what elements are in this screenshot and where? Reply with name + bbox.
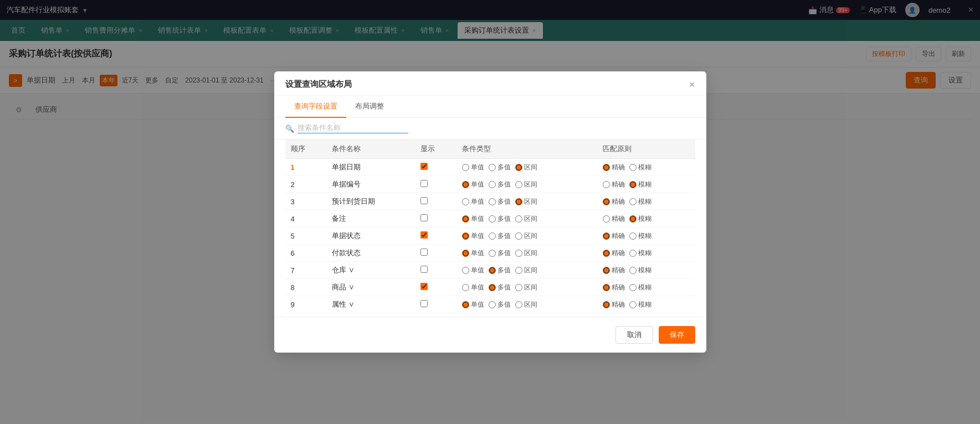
match-radio-模糊[interactable]: 模糊 (629, 197, 651, 206)
dialog-title: 设置查询区域布局 (285, 79, 352, 90)
dialog-close-button[interactable]: × (689, 80, 695, 90)
type-radio-区间[interactable]: 区间 (515, 180, 537, 189)
type-radio-多值[interactable]: 多值 (489, 231, 511, 241)
match-radio-模糊[interactable]: 模糊 (629, 249, 651, 258)
type-radio-单值[interactable]: 单值 (462, 231, 484, 241)
type-radio-区间[interactable]: 区间 (515, 266, 537, 275)
row-match-cell: 精确模糊 (597, 279, 695, 296)
row-type-cell: 单值多值区间 (456, 176, 597, 193)
match-radio-模糊[interactable]: 模糊 (629, 266, 651, 275)
save-button[interactable]: 保存 (659, 326, 695, 344)
type-radio-多值[interactable]: 多值 (489, 249, 511, 258)
row-order: 5 (285, 227, 327, 245)
row-display-cell (415, 227, 456, 245)
type-radio-单值[interactable]: 单值 (462, 300, 484, 309)
type-radio-多值[interactable]: 多值 (489, 163, 511, 172)
dialog-search-area: 🔍 (274, 118, 706, 139)
match-radio-精确[interactable]: 精确 (603, 300, 625, 309)
row-type-cell: 单值多值区间 (456, 193, 597, 210)
conditions-table: 顺序 条件名称 显示 条件类型 匹配原则 1单据日期单值多值区间精确模糊2单据编… (285, 139, 695, 317)
table-row: 3预计到货日期单值多值区间精确模糊 (285, 193, 695, 210)
col-display: 显示 (415, 139, 456, 159)
match-radio-模糊[interactable]: 模糊 (629, 180, 651, 189)
row-condition-name: 仓库 ∨ (326, 262, 415, 279)
col-order: 顺序 (285, 139, 327, 159)
match-radio-模糊[interactable]: 模糊 (629, 231, 651, 241)
type-radio-区间[interactable]: 区间 (515, 214, 537, 224)
row-display-checkbox[interactable] (420, 249, 428, 256)
tab-query-fields[interactable]: 查询字段设置 (285, 96, 346, 118)
row-display-cell (415, 296, 456, 313)
match-radio-模糊[interactable]: 模糊 (629, 163, 651, 172)
match-radio-精确[interactable]: 精确 (603, 283, 625, 292)
row-match-cell: 精确模糊 (597, 227, 695, 245)
row-display-checkbox[interactable] (420, 197, 428, 204)
match-radio-精确[interactable]: 精确 (603, 214, 625, 224)
match-radio-精确[interactable]: 精确 (603, 197, 625, 206)
row-display-cell (415, 262, 456, 279)
row-condition-name: 单据编号 (326, 176, 415, 193)
row-display-checkbox[interactable] (420, 266, 428, 273)
table-row: 5单据状态单值多值区间精确模糊 (285, 227, 695, 245)
row-display-cell (415, 193, 456, 210)
col-match: 匹配原则 (597, 139, 695, 159)
search-input[interactable] (297, 123, 408, 132)
match-radio-模糊[interactable]: 模糊 (629, 283, 651, 292)
type-radio-区间[interactable]: 区间 (515, 249, 537, 258)
table-row: 2单据编号单值多值区间精确模糊 (285, 176, 695, 193)
row-order: 4 (285, 210, 327, 227)
row-display-checkbox[interactable] (420, 283, 428, 290)
row-display-checkbox[interactable] (420, 180, 428, 187)
type-radio-多值[interactable]: 多值 (489, 266, 511, 275)
type-radio-多值[interactable]: 多值 (489, 300, 511, 309)
row-display-cell (415, 279, 456, 296)
type-radio-区间[interactable]: 区间 (515, 231, 537, 241)
row-condition-name: 预计到货日期 (326, 193, 415, 210)
type-radio-单值[interactable]: 单值 (462, 249, 484, 258)
dialog-tabs: 查询字段设置 布局调整 (274, 96, 706, 118)
row-display-cell (415, 245, 456, 262)
row-match-cell: 精确模糊 (597, 245, 695, 262)
type-radio-单值[interactable]: 单值 (462, 266, 484, 275)
type-radio-多值[interactable]: 多值 (489, 197, 511, 206)
match-radio-精确[interactable]: 精确 (603, 231, 625, 241)
table-row: 7仓库 ∨单值多值区间精确模糊 (285, 262, 695, 279)
type-radio-单值[interactable]: 单值 (462, 214, 484, 224)
tab-layout-adjust[interactable]: 布局调整 (346, 96, 393, 118)
table-row: 4备注单值多值区间精确模糊 (285, 210, 695, 227)
match-radio-模糊[interactable]: 模糊 (629, 214, 651, 224)
type-radio-单值[interactable]: 单值 (462, 283, 484, 292)
type-radio-单值[interactable]: 单值 (462, 180, 484, 189)
type-radio-多值[interactable]: 多值 (489, 283, 511, 292)
type-radio-多值[interactable]: 多值 (489, 214, 511, 224)
match-radio-精确[interactable]: 精确 (603, 266, 625, 275)
row-match-cell: 精确模糊 (597, 159, 695, 176)
table-row: 8商品 ∨单值多值区间精确模糊 (285, 279, 695, 296)
row-order: 9 (285, 296, 327, 313)
row-display-checkbox[interactable] (420, 300, 428, 307)
type-radio-区间[interactable]: 区间 (515, 197, 537, 206)
row-type-cell: 单值多值区间 (456, 262, 597, 279)
type-radio-多值[interactable]: 多值 (489, 180, 511, 189)
type-radio-区间[interactable]: 区间 (515, 163, 537, 172)
modal-overlay: 设置查询区域布局 × 查询字段设置 布局调整 🔍 (0, 0, 980, 424)
type-radio-单值[interactable]: 单值 (462, 163, 484, 172)
row-type-cell: 单值多值区间 (456, 210, 597, 227)
match-radio-模糊[interactable]: 模糊 (629, 300, 651, 309)
row-order: 6 (285, 245, 327, 262)
type-radio-区间[interactable]: 区间 (515, 300, 537, 309)
match-radio-精确[interactable]: 精确 (603, 249, 625, 258)
type-radio-单值[interactable]: 单值 (462, 197, 484, 206)
row-display-checkbox[interactable] (420, 231, 428, 239)
row-match-cell: 精确模糊 (597, 210, 695, 227)
table-row: 9属性 ∨单值多值区间精确模糊 (285, 296, 695, 313)
match-radio-精确[interactable]: 精确 (603, 180, 625, 189)
type-radio-区间[interactable]: 区间 (515, 283, 537, 292)
row-display-cell (415, 210, 456, 227)
row-type-cell: 单值多值区间 (456, 159, 597, 176)
cancel-button[interactable]: 取消 (615, 326, 653, 344)
row-condition-name: 单据日期 (326, 159, 415, 176)
row-display-checkbox[interactable] (420, 214, 428, 221)
row-display-checkbox[interactable] (420, 163, 428, 170)
match-radio-精确[interactable]: 精确 (603, 163, 625, 172)
